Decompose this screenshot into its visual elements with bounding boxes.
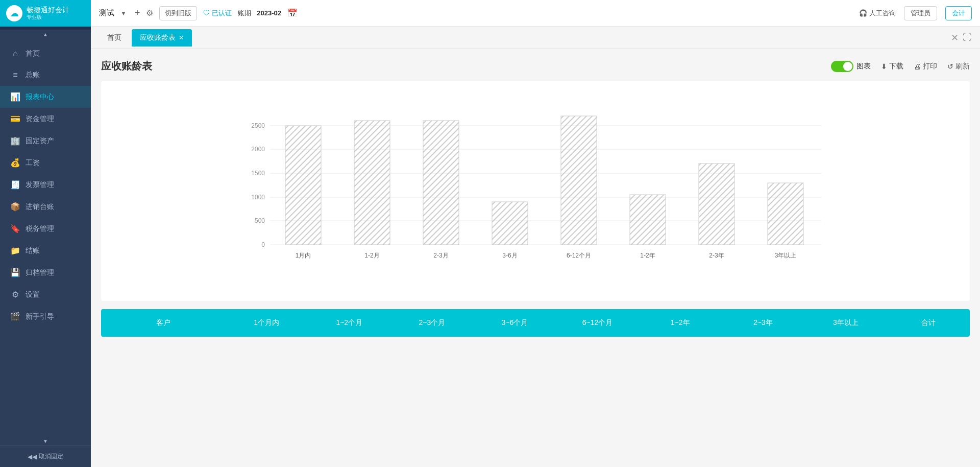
admin-button[interactable]: 管理员 (904, 6, 937, 20)
print-label: 打印 (923, 62, 937, 71)
table-header-2-3m: 2~3个月 (390, 309, 473, 337)
download-icon: ⬇ (881, 62, 887, 71)
tab-home[interactable]: 首页 (99, 29, 130, 46)
project-name: 测试 (99, 8, 114, 18)
sidebar-item-close-label: 结账 (26, 246, 40, 255)
print-button[interactable]: 🖨 打印 (914, 62, 937, 71)
sidebar-item-sales[interactable]: 📦 进销台账 (0, 196, 91, 218)
table-header-1-2y: 1~2年 (639, 309, 722, 337)
svg-rect-25 (699, 164, 734, 245)
print-icon: 🖨 (914, 62, 921, 71)
sidebar-item-reports[interactable]: 📊 报表中心 (0, 86, 91, 108)
sidebar-item-assets-label: 固定资产 (26, 136, 54, 146)
svg-rect-21 (561, 116, 597, 245)
svg-text:2500: 2500 (251, 122, 265, 129)
refresh-button[interactable]: ↺ 刷新 (947, 62, 970, 71)
assets-icon: 🏢 (10, 136, 20, 146)
svg-text:3-6月: 3-6月 (502, 252, 517, 259)
download-label: 下载 (889, 62, 903, 71)
chart-toggle: 图表 (831, 61, 871, 72)
period-label: 账期 2023-02 (238, 9, 281, 18)
svg-rect-27 (768, 183, 803, 245)
tab-expand-button[interactable]: ⛶ (963, 32, 972, 43)
project-dropdown[interactable]: ▼ (120, 10, 127, 17)
table-header-total: 合计 (887, 309, 970, 337)
tabs-bar: 首页 应收账龄表 ✕ ✕ ⛶ (91, 27, 980, 49)
chart-label: 图表 (856, 62, 871, 71)
svg-rect-17 (423, 121, 459, 245)
svg-text:1-2月: 1-2月 (364, 252, 379, 259)
content-area: 首页 应收账龄表 ✕ ✕ ⛶ 应收账龄表 图表 (91, 27, 980, 467)
sidebar-item-tax[interactable]: 🔖 税务管理 (0, 218, 91, 240)
tab-close-button[interactable]: ✕ (951, 32, 959, 43)
svg-text:2-3月: 2-3月 (433, 252, 448, 259)
sidebar-item-ledger[interactable]: ≡ 总账 (0, 64, 91, 86)
tabs-right-buttons: ✕ ⛶ (951, 32, 972, 43)
page-title: 应收账龄表 (101, 59, 152, 73)
table-header-customer: 客户 (101, 309, 225, 337)
sidebar-item-invoice[interactable]: 🧾 发票管理 (0, 174, 91, 196)
topbar-settings-button[interactable]: ⚙ (146, 8, 153, 18)
svg-text:1-2年: 1-2年 (640, 252, 655, 259)
calendar-icon[interactable]: 📅 (287, 8, 298, 18)
sidebar-item-archive[interactable]: 💾 归档管理 (0, 262, 91, 284)
page-content: 应收账龄表 图表 ⬇ 下载 🖨 打印 ↺ (91, 49, 980, 467)
sidebar-item-close[interactable]: 📁 结账 (0, 240, 91, 262)
table-header: 客户 1个月内 1~2个月 2~3个月 3~6个月 6~12个月 1~2年 2~… (101, 309, 970, 337)
sidebar-item-ledger-label: 总账 (26, 71, 40, 80)
table-container: 客户 1个月内 1~2个月 2~3个月 3~6个月 6~12个月 1~2年 2~… (101, 309, 970, 337)
tax-icon: 🔖 (10, 224, 20, 233)
sidebar-nav: ⌂ 首页 ≡ 总账 📊 报表中心 💳 资金管理 🏢 固定资产 💰 工资 🧾 发票… (0, 39, 91, 436)
sidebar: ☁ 畅捷通好会计 专业版 ▲ ⌂ 首页 ≡ 总账 📊 报表中心 💳 资金管理 🏢… (0, 0, 91, 467)
sidebar-item-guide-label: 新手引导 (26, 312, 54, 321)
table-header-6-12m: 6~12个月 (556, 309, 639, 337)
svg-rect-15 (354, 121, 390, 245)
page-actions: 图表 ⬇ 下载 🖨 打印 ↺ 刷新 (831, 61, 970, 72)
refresh-icon: ↺ (947, 62, 953, 71)
table-header-3-6m: 3~6个月 (473, 309, 556, 337)
page-header: 应收账龄表 图表 ⬇ 下载 🖨 打印 ↺ (101, 59, 970, 73)
reports-icon: 📊 (10, 92, 20, 102)
sidebar-item-sales-label: 进销台账 (26, 202, 54, 212)
refresh-label: 刷新 (955, 62, 970, 71)
close-period-icon: 📁 (10, 246, 20, 255)
svg-rect-13 (285, 126, 321, 245)
sidebar-item-settings[interactable]: ⚙ 设置 (0, 284, 91, 306)
tab-aging-label: 应收账龄表 (140, 33, 176, 42)
consult-button[interactable]: 🎧 人工咨询 (859, 9, 896, 18)
ledger-icon: ≡ (10, 71, 20, 80)
logo-icon: ☁ (6, 5, 22, 21)
switch-old-version-button[interactable]: 切到旧版 (159, 6, 197, 20)
accounting-button[interactable]: 会计 (945, 6, 972, 20)
logo-title: 畅捷通好会计 (27, 6, 69, 14)
settings-icon: ⚙ (10, 290, 20, 299)
svg-text:2-3年: 2-3年 (709, 252, 724, 259)
cancel-fixed-button[interactable]: ◀◀ 取消固定 (0, 446, 91, 467)
svg-text:1月内: 1月内 (296, 252, 311, 259)
salary-icon: 💰 (10, 158, 20, 168)
sidebar-item-guide[interactable]: 🎬 新手引导 (0, 306, 91, 328)
invoice-icon: 🧾 (10, 180, 20, 190)
verified-label: 已认证 (212, 9, 232, 18)
sidebar-item-home[interactable]: ⌂ 首页 (0, 43, 91, 64)
svg-text:2000: 2000 (251, 146, 265, 153)
sidebar-scroll-down[interactable]: ▼ (0, 436, 91, 446)
topbar-right: 🎧 人工咨询 管理员 会计 (859, 6, 972, 20)
tab-aging[interactable]: 应收账龄表 ✕ (132, 29, 192, 46)
sidebar-item-archive-label: 归档管理 (26, 268, 54, 277)
svg-text:6-12个月: 6-12个月 (567, 252, 591, 259)
archive-icon: 💾 (10, 268, 20, 277)
sidebar-item-funds[interactable]: 💳 资金管理 (0, 108, 91, 130)
tab-close-icon[interactable]: ✕ (179, 34, 184, 41)
sidebar-item-salary[interactable]: 💰 工资 (0, 152, 91, 174)
home-icon: ⌂ (10, 49, 20, 58)
svg-rect-23 (630, 195, 666, 245)
svg-text:0: 0 (261, 241, 265, 248)
chart-toggle-switch[interactable] (831, 61, 853, 72)
sidebar-item-assets[interactable]: 🏢 固定资产 (0, 130, 91, 152)
download-button[interactable]: ⬇ 下载 (881, 62, 903, 71)
add-project-button[interactable]: + (135, 8, 140, 18)
sidebar-logo: ☁ 畅捷通好会计 专业版 (0, 0, 91, 27)
table-header-1m: 1个月内 (225, 309, 308, 337)
sidebar-item-tax-label: 税务管理 (26, 224, 54, 233)
